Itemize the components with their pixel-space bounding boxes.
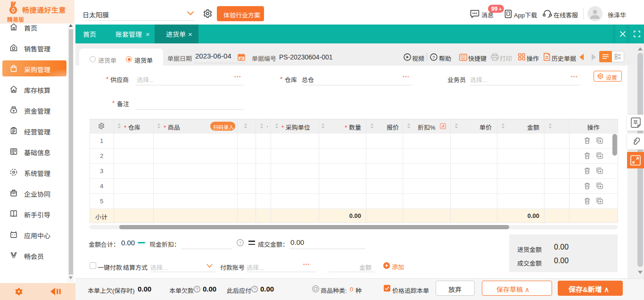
svg-text:?: ? — [254, 287, 256, 292]
svg-text:草: 草 — [633, 120, 638, 125]
svg-text:?: ? — [432, 55, 435, 60]
svg-text:?: ? — [196, 287, 198, 292]
svg-text:?: ? — [239, 241, 241, 245]
